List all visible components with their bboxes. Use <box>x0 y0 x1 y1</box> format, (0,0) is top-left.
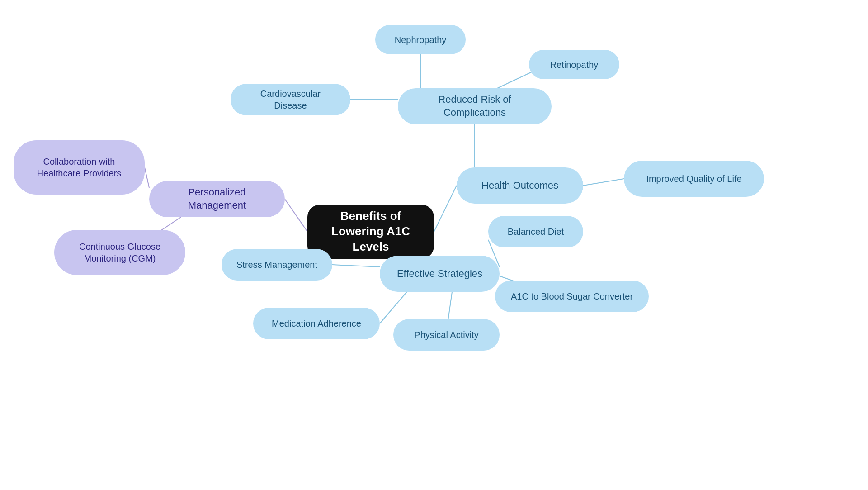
improved-quality-node: Improved Quality of Life <box>624 161 764 197</box>
personalized-mgmt-label: Personalized Management <box>162 186 272 212</box>
svg-line-8 <box>145 167 149 188</box>
medication-adherence-node: Medication Adherence <box>253 308 380 339</box>
improved-quality-label: Improved Quality of Life <box>646 173 741 185</box>
effective-strategies-node: Effective Strategies <box>380 256 500 292</box>
reduced-risk-node: Reduced Risk of Complications <box>398 88 552 124</box>
center-node-label: Benefits of Lowering A1C Levels <box>318 209 423 254</box>
physical-activity-node: Physical Activity <box>393 319 500 351</box>
collaboration-label: Collaboration with Healthcare Providers <box>26 156 132 179</box>
reduced-risk-label: Reduced Risk of Complications <box>410 93 539 119</box>
nephropathy-node: Nephropathy <box>375 25 466 54</box>
personalized-mgmt-node: Personalized Management <box>149 181 285 217</box>
cgm-node: Continuous Glucose Monitoring (CGM) <box>54 230 185 275</box>
balanced-diet-node: Balanced Diet <box>488 216 583 247</box>
svg-line-11 <box>332 265 380 267</box>
retinopathy-label: Retinopathy <box>550 59 599 71</box>
a1c-converter-label: A1C to Blood Sugar Converter <box>511 290 633 302</box>
center-node: Benefits of Lowering A1C Levels <box>307 205 434 259</box>
physical-activity-label: Physical Activity <box>414 329 478 341</box>
a1c-converter-node: A1C to Blood Sugar Converter <box>495 281 649 312</box>
svg-line-7 <box>583 179 624 186</box>
health-outcomes-label: Health Outcomes <box>481 179 558 192</box>
cardiovascular-label: Cardiovascular Disease <box>243 88 338 111</box>
medication-adherence-label: Medication Adherence <box>272 318 361 329</box>
cardiovascular-node: Cardiovascular Disease <box>231 84 350 115</box>
stress-mgmt-label: Stress Management <box>236 259 317 271</box>
health-outcomes-node: Health Outcomes <box>457 167 583 204</box>
stress-mgmt-node: Stress Management <box>222 249 332 281</box>
svg-line-0 <box>434 186 457 232</box>
retinopathy-node: Retinopathy <box>529 50 619 79</box>
cgm-label: Continuous Glucose Monitoring (CGM) <box>67 241 173 264</box>
balanced-diet-label: Balanced Diet <box>508 226 564 238</box>
effective-strategies-label: Effective Strategies <box>397 267 482 281</box>
svg-line-12 <box>380 292 407 323</box>
svg-line-1 <box>285 199 307 232</box>
collaboration-node: Collaboration with Healthcare Providers <box>14 140 145 195</box>
nephropathy-label: Nephropathy <box>395 34 447 46</box>
